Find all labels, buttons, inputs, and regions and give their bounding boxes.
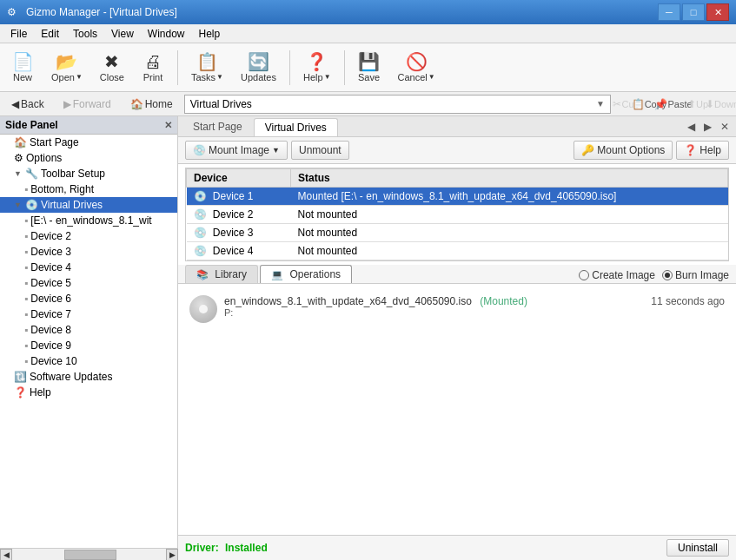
sidebar-label-device2: Device 2 [30, 230, 71, 242]
print-button[interactable]: 🖨 Print [134, 47, 172, 89]
sidebar-item-device3[interactable]: ▪ Device 3 [0, 244, 177, 260]
back-label: Back [21, 98, 44, 110]
tasks-icon: 📋 [196, 53, 218, 70]
sidebar-label-start-page: Start Page [30, 136, 79, 148]
scroll-left-button[interactable]: ◀ [0, 549, 12, 561]
menu-tools[interactable]: Tools [66, 26, 104, 42]
ops-filename: en_windows_8.1_with_update_x64_dvd_40650… [224, 295, 472, 307]
device4-icon: 💿 [194, 245, 207, 257]
side-panel-close-button[interactable]: ✕ [164, 120, 172, 131]
sidebar-label-device5: Device 5 [30, 277, 71, 289]
help-button[interactable]: ❓ Help ▼ [295, 47, 339, 89]
sidebar-item-vd-file[interactable]: ▪ [E:\ - en_windows_8.1_wit [0, 213, 177, 228]
tab-operations[interactable]: 💻 Operations [260, 265, 352, 283]
sidebar-item-device10[interactable]: ▪ Device 10 [0, 353, 177, 369]
menu-edit[interactable]: Edit [34, 26, 66, 42]
sidebar-item-bottom-right[interactable]: ▪ Bottom, Right [0, 181, 177, 197]
home-button[interactable]: 🏠 Home [123, 96, 181, 113]
new-button[interactable]: 📄 New [3, 47, 42, 89]
back-button[interactable]: ◀ Back [3, 96, 52, 113]
help-label: Help [303, 72, 323, 82]
mount-options-button[interactable]: 🔑 Mount Options [574, 141, 673, 160]
titlebar: ⚙ Gizmo Manager - [Virtual Drives] ─ □ ✕ [0, 0, 736, 24]
sidebar-item-virtual-drives[interactable]: ▼ 💿 Virtual Drives [0, 197, 177, 213]
minimize-button[interactable]: ─ [658, 3, 680, 21]
tab-virtual-drives[interactable]: Virtual Drives [254, 118, 338, 136]
device4-name: 💿 Device 4 [187, 242, 291, 260]
tab-library[interactable]: 📚 Library [185, 265, 258, 283]
sidebar-item-options[interactable]: ⚙ Options [0, 150, 177, 166]
down-button[interactable]: ⬇ Down [712, 95, 733, 114]
create-image-button[interactable]: Create Image [579, 269, 655, 281]
tab-prev-button[interactable]: ◀ [684, 121, 699, 133]
scrollbar-thumb[interactable] [64, 550, 116, 560]
address-dropdown-icon[interactable]: ▼ [596, 99, 605, 109]
burn-image-button[interactable]: Burn Image [662, 269, 729, 281]
close-button[interactable]: ✕ [706, 3, 729, 21]
cancel-arrow-icon: ▼ [428, 73, 435, 81]
menu-file[interactable]: File [3, 26, 34, 42]
tab-close-button[interactable]: ✕ [717, 121, 733, 133]
cancel-button[interactable]: 🚫 Cancel ▼ [390, 47, 443, 89]
sidebar-item-device2[interactable]: ▪ Device 2 [0, 228, 177, 244]
sidebar-item-start-page[interactable]: 🏠 Start Page [0, 135, 177, 150]
maximize-button[interactable]: □ [682, 3, 705, 21]
forward-button[interactable]: ▶ Forward [56, 96, 119, 113]
ops-list-item[interactable]: en_windows_8.1_with_update_x64_dvd_40650… [185, 291, 729, 327]
horizontal-scrollbar[interactable]: ◀ ▶ [0, 548, 178, 560]
device1-icon: 💿 [194, 190, 207, 202]
vd-help-button[interactable]: ❓ Help [676, 141, 729, 160]
menu-window[interactable]: Window [141, 26, 192, 42]
table-row[interactable]: 💿 Device 4 Not mounted [187, 242, 728, 260]
down-icon: ⬇ [706, 98, 714, 110]
operations-content: en_windows_8.1_with_update_x64_dvd_40650… [178, 284, 736, 535]
close-button[interactable]: ✖ Close [92, 47, 132, 89]
address-bar[interactable]: Virtual Drives ▼ [184, 95, 611, 114]
mount-image-icon: 💿 [193, 144, 206, 156]
toolbar-setup-expand-icon[interactable]: ▼ [14, 169, 22, 178]
table-row[interactable]: 💿 Device 2 Not mounted [187, 206, 728, 224]
unmount-label: Unmount [299, 144, 341, 156]
burn-image-radio[interactable] [662, 270, 673, 280]
sidebar-item-device5[interactable]: ▪ Device 5 [0, 275, 177, 291]
cancel-label: Cancel [398, 72, 428, 82]
open-icon: 📂 [56, 53, 77, 70]
save-button[interactable]: 💾 Save [350, 47, 388, 89]
sidebar-item-device4[interactable]: ▪ Device 4 [0, 260, 177, 275]
tab-start-page[interactable]: Start Page [182, 117, 254, 135]
table-row[interactable]: 💿 Device 1 Mounted [E:\ - en_windows_8.1… [187, 188, 728, 206]
mount-image-arrow-icon: ▼ [272, 146, 280, 155]
open-button[interactable]: 📂 Open ▼ [43, 47, 90, 89]
menu-help[interactable]: Help [192, 26, 228, 42]
sidebar-item-toolbar-setup[interactable]: ▼ 🔧 Toolbar Setup [0, 166, 177, 181]
sidebar-item-device9[interactable]: ▪ Device 9 [0, 338, 177, 353]
updates-icon: 🔄 [248, 53, 269, 70]
sidebar-item-device8[interactable]: ▪ Device 8 [0, 322, 177, 338]
unmount-button[interactable]: Unmount [291, 141, 349, 160]
create-image-radio[interactable] [579, 270, 589, 280]
updates-button[interactable]: 🔄 Updates [233, 47, 284, 89]
sidebar-label-bottom-right: Bottom, Right [30, 183, 94, 195]
toolbar-sep-3 [344, 50, 345, 85]
menu-view[interactable]: View [104, 26, 141, 42]
sidebar-item-help[interactable]: ❓ Help [0, 385, 177, 400]
home-icon: 🏠 [130, 98, 143, 110]
virtual-drives-expand-icon[interactable]: ▼ [14, 201, 22, 209]
mount-image-button[interactable]: 💿 Mount Image ▼ [185, 141, 288, 160]
paste-button[interactable]: 📌 Paste [663, 95, 684, 114]
tab-nav: ◀ ▶ ✕ [684, 121, 733, 133]
sidebar-item-device7[interactable]: ▪ Device 7 [0, 306, 177, 322]
device9-icon: ▪ [24, 339, 28, 352]
sidebar-item-device6[interactable]: ▪ Device 6 [0, 291, 177, 306]
sidebar-item-software-updates[interactable]: 🔃 Software Updates [0, 369, 177, 385]
driver-label: Driver: [185, 542, 219, 554]
scroll-right-button[interactable]: ▶ [166, 549, 178, 561]
uninstall-button[interactable]: Uninstall [666, 539, 729, 557]
sidebar-label-toolbar-setup: Toolbar Setup [41, 168, 105, 180]
paste-icon: 📌 [654, 98, 667, 110]
tab-next-button[interactable]: ▶ [700, 121, 715, 133]
table-row[interactable]: 💿 Device 3 Not mounted [187, 224, 728, 242]
forward-arrow-icon: ▶ [63, 98, 71, 110]
tasks-button[interactable]: 📋 Tasks ▼ [183, 47, 231, 89]
sidebar-label-virtual-drives: Virtual Drives [41, 199, 103, 211]
